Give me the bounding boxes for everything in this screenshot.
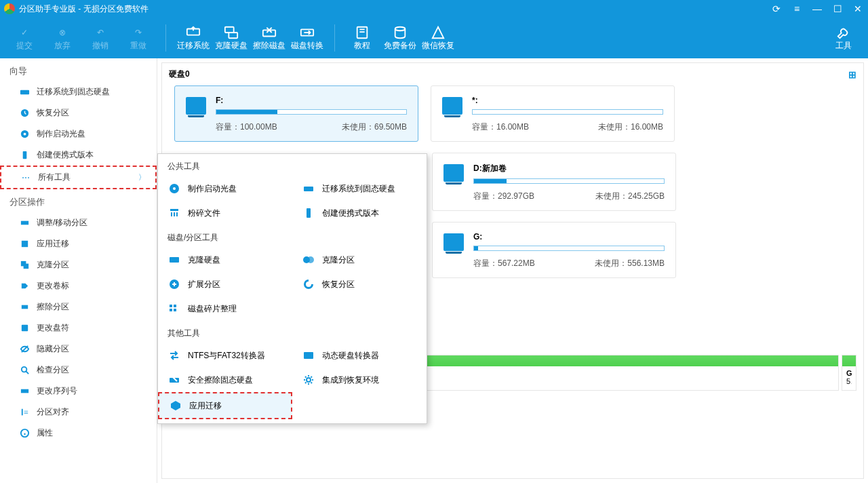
disk-title: 硬盘0 [169,69,190,80]
free-backup-button[interactable]: 免费备份 [381,18,419,58]
sidebar-recover-partition[interactable]: 恢复分区 [0,102,157,123]
sidebar-clone-partition[interactable]: 克隆分区 [0,254,157,275]
tools-button[interactable]: 工具 [825,18,863,58]
dynamic-icon [302,349,315,362]
view-toggle-icon[interactable]: ⊞ [848,69,856,80]
svg-rect-29 [170,305,172,307]
recover-icon [19,108,30,119]
flyout-recover-partition[interactable]: 恢复分区 [292,272,427,296]
svg-point-6 [395,26,406,31]
flyout-disk-defrag[interactable]: 磁盘碎片整理 [158,296,292,321]
flyout-integrate-recovery[interactable]: 集成到恢复环境 [292,368,427,392]
commit-button[interactable]: ✓提交 [5,18,43,58]
capacity-label: 容量：16.00MB [472,121,529,133]
svg-rect-14 [23,264,28,269]
hide-icon [19,344,30,355]
app-icon [19,239,30,250]
maximize-icon[interactable]: ☐ [827,3,848,14]
flyout-migrate-ssd[interactable]: 迁移系统到固态硬盘 [292,176,427,201]
usage-bar [472,109,663,115]
flyout-clone-disk[interactable]: 克隆硬盘 [158,248,292,272]
sidebar-all-tools[interactable]: ⋯所有工具〉 [0,166,157,189]
info-icon [19,428,30,439]
partition-card[interactable]: *: 容量：16.00MB未使用：16.00MB [431,85,675,142]
partition-card[interactable]: G: 容量：567.22MB未使用：556.13MB [432,222,676,278]
clone-disk-icon [167,253,181,267]
partition-card[interactable]: F: 容量：100.00MB未使用：69.50MB [174,85,418,142]
serial-icon [19,386,30,397]
refresh-icon[interactable]: ⟳ [766,3,787,14]
disc-icon [19,129,30,140]
close-icon[interactable]: ✕ [848,3,868,14]
flyout-create-portable[interactable]: 创建便携式版本 [292,201,427,225]
wechat-recover-button[interactable]: 微信恢复 [419,18,457,58]
sidebar-change-letter[interactable]: 更改盘符 [0,317,157,339]
disk-icon [443,233,464,251]
erase-disk-button[interactable]: 擦除磁盘 [250,18,288,58]
wizard-header: 向导 [0,58,157,81]
partition-name: G: [473,232,665,242]
sidebar-change-serial[interactable]: 更改序列号 [0,381,157,402]
sidebar-change-label[interactable]: 更改卷标 [0,275,157,296]
clone-disk-button[interactable]: 克隆硬盘 [212,18,250,58]
free-label: 未使用：556.13MB [595,258,665,269]
resize-icon [19,218,30,229]
sidebar-create-portable[interactable]: 创建便携式版本 [0,144,157,166]
dots-icon: ⋯ [20,172,31,183]
usage-bar [216,109,407,115]
flyout-make-boot-disc[interactable]: 制作启动光盘 [158,176,292,201]
svg-point-17 [21,367,26,372]
redo-button[interactable]: ↷重做 [119,18,157,58]
sidebar-erase-partition[interactable]: 擦除分区 [0,296,157,317]
migrate-os-button[interactable]: 迁移系统 [174,18,212,58]
flyout-section-disk: 磁盘/分区工具 [158,225,427,248]
capacity-label: 容量：292.97GB [473,191,534,202]
letter-icon [19,323,30,334]
sidebar-make-boot-disc[interactable]: 制作启动光盘 [0,123,157,144]
flyout-clone-partition[interactable]: 克隆分区 [292,248,427,272]
sidebar-partition-align[interactable]: 分区对齐 [0,402,157,423]
capacity-label: 容量：100.00MB [216,121,277,133]
flyout-shred-file[interactable]: 粉碎文件 [158,201,292,225]
flyout-ntfs-fat32[interactable]: NTFS与FAT32转换器 [158,343,292,368]
svg-rect-32 [174,309,176,311]
minimize-icon[interactable]: — [807,3,827,14]
recover-icon [302,277,315,291]
sidebar-app-migrate[interactable]: 应用迁移 [0,233,157,254]
convert-icon [167,349,181,362]
sidebar-check-partition[interactable]: 检查分区 [0,360,157,381]
all-tools-flyout: 公共工具 制作启动光盘 迁移系统到固态硬盘 粉碎文件 创建便携式版本 磁盘/分区… [157,153,427,424]
svg-rect-3 [263,30,275,36]
svg-rect-2 [229,33,237,38]
svg-rect-23 [170,209,178,211]
clone-part-icon [302,253,315,267]
svg-point-35 [307,378,311,382]
sidebar-hide-partition[interactable]: 隐藏分区 [0,339,157,360]
svg-rect-1 [225,26,234,32]
sidebar-properties[interactable]: 属性 [0,423,157,444]
flyout-section-other: 其他工具 [158,321,427,343]
sidebar-migrate-ssd[interactable]: 迁移系统到固态硬盘 [0,81,157,102]
undo-button[interactable]: ↶撤销 [81,18,119,58]
align-icon [19,407,30,418]
sidebar-resize-move[interactable]: 调整/移动分区 [0,212,157,233]
partition-card[interactable]: D:新加卷 容量：292.97GB未使用：245.25GB [432,153,676,211]
flyout-dynamic-disk[interactable]: 动态硬盘转换器 [292,343,427,368]
svg-rect-30 [174,305,176,307]
discard-button[interactable]: ⊗放弃 [43,18,81,58]
disk-convert-button[interactable]: 磁盘转换 [288,18,326,58]
svg-point-21 [173,187,176,190]
extend-icon [167,277,181,291]
flyout-section-public: 公共工具 [158,154,427,176]
svg-rect-24 [307,208,311,218]
flyout-app-migrate[interactable]: 应用迁移 [158,392,292,419]
svg-rect-25 [170,257,179,263]
usb-icon [19,150,30,161]
disk-icon [442,97,462,115]
flyout-secure-erase-ssd[interactable]: 安全擦除固态硬盘 [158,368,292,392]
svg-rect-18 [20,389,28,393]
flyout-extend-partition[interactable]: 扩展分区 [158,272,292,296]
bottom-partition[interactable]: G5. [842,355,856,391]
menu-icon[interactable]: ≡ [787,3,807,14]
tutorial-button[interactable]: 教程 [343,18,381,58]
